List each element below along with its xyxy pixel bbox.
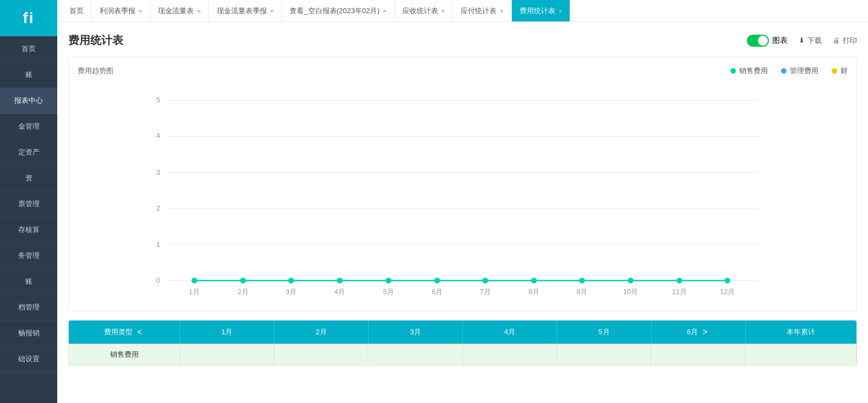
svg-point-18 [482,278,488,284]
sidebar-item-report[interactable]: 报表中心 [0,88,57,114]
col-month3: 3月 [369,321,463,344]
main-area: 首页 利润表季报 × 现金流量表 × 现金流量表季报 × 查看_空白报表(202… [57,0,868,403]
page-header: 费用统计表 图表 ⬇ 下载 🖨 打印 [68,33,857,48]
tab-payable[interactable]: 应付统计表 × [453,0,511,22]
header-actions: 图表 ⬇ 下载 🖨 打印 [747,35,857,47]
svg-text:9月: 9月 [576,288,587,296]
sidebar-item-account[interactable]: 账 [0,62,57,88]
svg-text:2月: 2月 [238,288,249,296]
row-m1-cell [180,344,274,365]
svg-point-13 [240,278,246,284]
tab-cashflow[interactable]: 现金流量表 × [150,0,209,22]
app-logo: fi [0,0,57,36]
legend-finance-label: 财 [840,66,848,76]
col-month5: 5月 [557,321,651,344]
sidebar-item-cancel[interactable]: 畅报销 [0,321,57,346]
svg-text:5: 5 [156,96,160,104]
print-icon: 🖨 [833,36,840,45]
chart-svg-wrap: 5 4 3 2 1 0 [78,80,848,302]
svg-text:12月: 12月 [720,288,735,296]
tab-cashflow-quarter-close[interactable]: × [270,8,274,14]
row-m3-cell [368,344,462,365]
tab-home-label: 首页 [69,6,84,16]
tab-expense-label: 费用统计表 [520,6,555,16]
svg-point-20 [579,278,585,284]
row-m6-cell [651,344,745,365]
legend-sales-label: 销售费用 [739,66,768,76]
tab-cashflow-close[interactable]: × [197,8,200,14]
table-nav-prev[interactable]: < [135,327,144,337]
chart-toggle[interactable] [747,35,769,47]
tab-cashflow-label: 现金流量表 [158,6,194,16]
tab-cashflow-quarter-label: 现金流量表季报 [217,6,267,16]
tab-payable-label: 应付统计表 [461,6,496,16]
legend-admin-label: 管理费用 [790,66,818,76]
chart-container: 费用趋势图 销售费用 管理费用 财 [68,57,857,311]
svg-point-12 [192,278,198,284]
chart-svg: 5 4 3 2 1 0 [78,80,848,300]
chart-toggle-wrap[interactable]: 图表 [747,35,788,47]
sidebar-item-invoice[interactable]: 票管理 [0,191,57,217]
sidebar-item-settings[interactable]: 础设置 [0,346,57,372]
svg-point-14 [288,278,294,284]
sidebar-item-ledger[interactable]: 账 [0,269,57,295]
table-row: 销售费用 [69,344,856,365]
sidebar-item-archives[interactable]: 档管理 [0,295,57,321]
tab-blank-report[interactable]: 查看_空白报表(2023年02月) × [282,0,395,22]
sidebar-item-home[interactable]: 首页 [0,36,57,62]
tab-blank-report-close[interactable]: × [383,8,386,14]
row-m2-cell [274,344,368,365]
tab-payable-close[interactable]: × [500,8,503,14]
svg-text:0: 0 [156,276,160,284]
chart-toggle-label: 图表 [772,36,788,46]
svg-text:4月: 4月 [334,288,345,296]
legend-sales-dot [730,68,736,74]
tab-cashflow-quarter[interactable]: 现金流量表季报 × [209,0,282,22]
svg-text:2: 2 [156,204,160,212]
sidebar-item-fixed-assets[interactable]: 定资产 [0,140,57,165]
svg-point-19 [531,278,537,284]
content-area: 费用统计表 图表 ⬇ 下载 🖨 打印 费用趋势图 [57,22,868,403]
data-table: 费用类型 < 1月 2月 3月 4月 5月 6月 > 本年累计 销售费用 [68,320,857,366]
svg-text:4: 4 [156,131,160,140]
sidebar-item-funds[interactable]: 金管理 [0,114,57,140]
legend-admin-dot [781,68,787,74]
col-type[interactable]: 费用类型 < [69,321,180,344]
sidebar: fi 首页 账 报表中心 金管理 定资产 资 票管理 存核算 务管理 账 档管理… [0,0,57,403]
col-month6-label: 6月 [687,327,698,337]
svg-text:3: 3 [156,168,160,176]
svg-point-17 [434,278,440,284]
row-m5-cell [557,344,651,365]
tab-home[interactable]: 首页 [62,0,92,22]
svg-point-16 [386,278,392,284]
chart-title: 费用趋势图 [78,66,113,76]
print-button[interactable]: 🖨 打印 [833,36,857,46]
row-ytd-cell [745,344,856,365]
sidebar-item-inventory[interactable]: 存核算 [0,217,57,243]
sidebar-item-business[interactable]: 务管理 [0,243,57,269]
tab-receivable-close[interactable]: × [441,8,445,14]
print-label: 打印 [843,36,857,46]
download-label: 下载 [807,36,822,46]
legend-finance-dot [832,68,837,74]
legend-admin: 管理费用 [781,66,818,76]
tab-bar: 首页 利润表季报 × 现金流量表 × 现金流量表季报 × 查看_空白报表(202… [57,0,868,22]
svg-text:1月: 1月 [189,288,200,296]
download-button[interactable]: ⬇ 下载 [799,36,822,46]
col-type-label: 费用类型 [104,327,133,337]
svg-text:10月: 10月 [623,288,638,296]
col-month6[interactable]: 6月 > [652,321,746,344]
tab-expense-close[interactable]: × [559,8,562,14]
svg-text:1: 1 [156,240,160,249]
row-type-cell: 销售费用 [69,344,180,365]
tab-expense[interactable]: 费用统计表 × [512,0,570,22]
tab-profit-label: 利润表季报 [100,6,135,16]
page-title: 费用统计表 [68,33,123,48]
sidebar-item-capital[interactable]: 资 [0,165,57,191]
tab-receivable[interactable]: 应收统计表 × [395,0,453,22]
table-nav-next[interactable]: > [700,327,709,337]
svg-text:8月: 8月 [528,288,539,296]
tab-profit-close[interactable]: × [139,8,142,14]
tab-profit[interactable]: 利润表季报 × [92,0,150,22]
svg-text:11月: 11月 [672,288,687,296]
